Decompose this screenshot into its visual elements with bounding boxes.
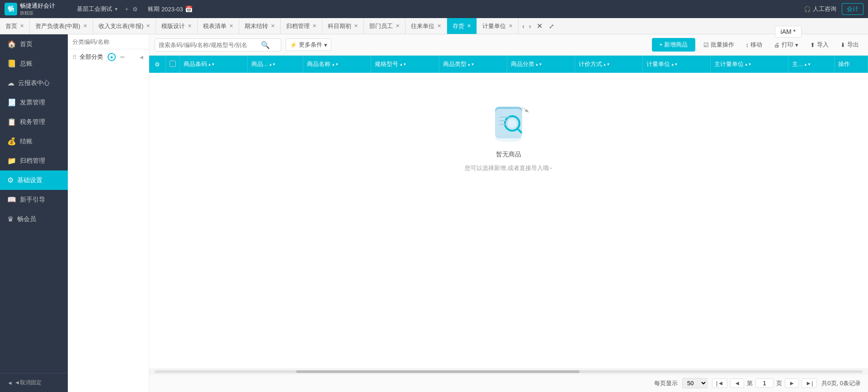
page-number-input[interactable] [755, 378, 774, 388]
sidebar-item-cloud[interactable]: ☁ 云报表中心 [0, 73, 68, 93]
table-container: ⚙ 商品条码▲▼ 商品...▲▼ 商品名称▲▼ 规格型号▲▼ 商品类型▲▼ 商品… [149, 56, 868, 368]
more-filters-btn[interactable]: ⚡ 更多条件 ▾ [286, 38, 331, 51]
import-btn[interactable]: ⬆ 导入 [807, 39, 832, 51]
scroll-bar-area[interactable] [149, 368, 868, 374]
sidebar-item-settle[interactable]: 💰 结账 [0, 132, 68, 151]
workspace-dropdown-icon[interactable]: ▾ [115, 6, 118, 12]
category-label: 全部分类 [80, 53, 103, 61]
invoice-icon: 🧾 [7, 98, 16, 107]
page-prev-btn[interactable]: ◄ [730, 378, 744, 388]
sidebar-item-ledger[interactable]: 📒 总账 [0, 54, 68, 73]
tab-tax-close[interactable]: ✕ [229, 23, 233, 29]
tab-contacts[interactable]: 往来单位 ✕ [406, 18, 447, 34]
tab-subject-close[interactable]: ✕ [354, 23, 358, 29]
tab-home-close[interactable]: ✕ [20, 23, 24, 29]
tab-dept[interactable]: 部门员工 ✕ [364, 18, 406, 34]
move-btn[interactable]: ↕ 移动 [742, 39, 766, 51]
workspace-settings-icon[interactable]: ⚙ [132, 6, 138, 13]
col-settings[interactable]: ⚙ [149, 56, 165, 73]
scroll-thumb[interactable] [296, 370, 579, 373]
tab-prev-btn[interactable]: ‹ [520, 22, 526, 31]
tab-archive-close[interactable]: ✕ [312, 23, 316, 29]
category-panel: 🔍 ⠿ 全部分类 ● ✏ ◄ [68, 34, 149, 392]
sidebar-item-home[interactable]: 🏠 首页 [0, 34, 68, 54]
sidebar-settle-label: 结账 [20, 137, 33, 146]
sidebar-item-invoice[interactable]: 🧾 发票管理 [0, 93, 68, 112]
human-consult-btn[interactable]: 🎧 人工咨询 [804, 5, 836, 13]
page-nav: |◄ ◄ 第 页 ► ►| [712, 378, 817, 388]
calendar-icon[interactable]: 📅 [185, 5, 193, 13]
col-barcode[interactable]: 商品条码▲▼ [179, 56, 247, 73]
sidebar-item-guide[interactable]: 📖 新手引导 [0, 190, 68, 209]
unpin-label: ◄取消固定 [14, 379, 42, 387]
sidebar-item-tax[interactable]: 📋 税务管理 [0, 112, 68, 132]
sidebar-item-archive[interactable]: 📁 归档管理 [0, 151, 68, 170]
col-main-unit[interactable]: 主计量单位▲▼ [710, 56, 788, 73]
tab-tax[interactable]: 税表清单 ✕ [198, 18, 239, 34]
col-spec[interactable]: 规格型号▲▼ [371, 56, 439, 73]
tab-archive[interactable]: 归档管理 ✕ [281, 18, 322, 34]
tab-period-close[interactable]: ✕ [271, 23, 275, 29]
tab-template-close[interactable]: ✕ [188, 23, 192, 29]
workspace-label: 基层工会测试 ▾ ＋ ⚙ 账期 2023-03 📅 [77, 5, 799, 13]
export-btn[interactable]: ⬇ 导出 [837, 39, 863, 51]
tab-close-all-btn[interactable]: ✕ [534, 21, 545, 31]
product-search-icon[interactable]: 🔍 [261, 41, 270, 49]
tab-next-btn[interactable]: › [527, 22, 533, 31]
col-code[interactable]: 商品...▲▼ [247, 56, 303, 73]
tab-home[interactable]: 首页 ✕ [0, 18, 30, 34]
tab-balance-close[interactable]: ✕ [83, 23, 87, 29]
tab-expand-btn[interactable]: ⤢ [546, 22, 557, 31]
account-button[interactable]: 会计 [842, 3, 863, 15]
category-header[interactable]: ⠿ 全部分类 ● ✏ ◄ [68, 49, 149, 65]
scroll-track[interactable] [155, 370, 863, 373]
period-label: 账期 [148, 5, 160, 13]
page-next-btn[interactable]: ► [785, 378, 799, 388]
batch-operation-btn[interactable]: ☑ 批量操作 [700, 39, 738, 51]
tab-subject[interactable]: 科目期初 ✕ [322, 18, 364, 34]
category-edit-icon[interactable]: ✏ [120, 54, 125, 61]
tab-unit[interactable]: 计量单位 ✕ [477, 18, 519, 34]
product-search-input[interactable] [159, 42, 258, 48]
tab-inventory-close[interactable]: ✕ [467, 23, 471, 29]
member-icon: ♛ [7, 215, 14, 223]
col-type[interactable]: 商品类型▲▼ [439, 56, 507, 73]
tab-balance[interactable]: 资产负债表(中期) ✕ [30, 18, 93, 34]
add-workspace-icon[interactable]: ＋ [124, 5, 130, 13]
page-first-btn[interactable]: |◄ [712, 378, 727, 388]
sidebar-item-settings[interactable]: ⚙ 基础设置 [0, 170, 68, 190]
add-product-btn[interactable]: + 新增商品 [652, 38, 695, 52]
import-label: 导入 [817, 41, 829, 49]
sidebar-unpin-btn[interactable]: ◄ ◄取消固定 [0, 373, 68, 392]
page-last-btn[interactable]: ►| [802, 378, 817, 388]
category-collapse-icon[interactable]: ◄ [138, 54, 144, 61]
tab-template[interactable]: 模版设计 ✕ [156, 18, 198, 34]
print-btn[interactable]: 🖨 打印 ▾ [770, 39, 802, 51]
page-size-select[interactable]: 50 100 200 [682, 378, 708, 388]
filter-btn-label: 更多条件 [299, 41, 322, 49]
category-search-input[interactable] [72, 38, 148, 45]
tab-income[interactable]: 收入支出表(年报) ✕ [93, 18, 156, 34]
col-checkbox[interactable] [165, 56, 179, 73]
workspace-name[interactable]: 基层工会测试 [77, 5, 112, 13]
tab-unit-close[interactable]: ✕ [509, 23, 513, 29]
sidebar-item-member[interactable]: ♛ 畅会员 [0, 209, 68, 229]
tab-contacts-close[interactable]: ✕ [437, 23, 441, 29]
iam-badge: iAM * [775, 26, 802, 38]
col-price-method[interactable]: 计价方式▲▼ [575, 56, 642, 73]
col-name[interactable]: 商品名称▲▼ [303, 56, 371, 73]
tab-arrows: ‹ › ✕ ⤢ [519, 21, 558, 31]
sidebar-tax-label: 税务管理 [20, 118, 45, 126]
tab-inventory[interactable]: 存货 ✕ [447, 18, 477, 34]
tab-period[interactable]: 期末结转 ✕ [239, 18, 281, 34]
col-category[interactable]: 商品分类▲▼ [507, 56, 575, 73]
export-label: 导出 [847, 41, 859, 49]
product-search-bar: 🔍 [155, 38, 281, 52]
col-main-short[interactable]: 主...▲▼ [788, 56, 834, 73]
tab-dept-close[interactable]: ✕ [396, 23, 400, 29]
unpin-icon: ◄ [7, 380, 13, 386]
tab-income-close[interactable]: ✕ [146, 23, 150, 29]
tab-period-label: 期末结转 [245, 22, 268, 30]
col-unit[interactable]: 计量单位▲▼ [642, 56, 710, 73]
tab-home-label: 首页 [5, 22, 17, 30]
